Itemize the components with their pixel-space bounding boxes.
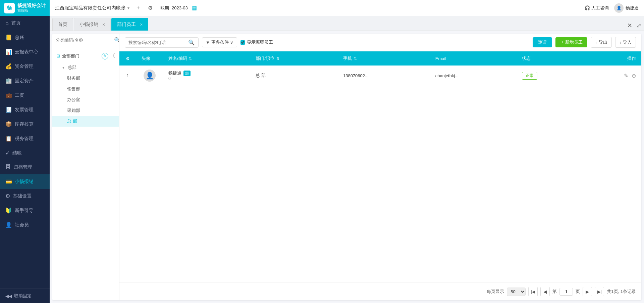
- dept-search-area: 🔍: [52, 34, 119, 47]
- avatar-cell: 👤: [136, 66, 163, 86]
- period-label: 账期: [160, 5, 169, 11]
- col-name[interactable]: 姓名/编码 ⇅: [163, 51, 250, 66]
- home-icon: ⌂: [5, 20, 9, 26]
- status-badge: 正常: [522, 72, 537, 80]
- sidebar-item-ledger[interactable]: 📒 总账: [0, 30, 50, 45]
- tab-home[interactable]: 首页: [52, 18, 73, 31]
- col-seq: ⚙: [119, 51, 136, 66]
- edit-employee-icon[interactable]: ✎: [624, 73, 628, 79]
- inventory-icon: 📦: [5, 121, 12, 127]
- settings-icon[interactable]: ⚙: [146, 3, 155, 13]
- tab-dept-close[interactable]: ×: [140, 22, 143, 27]
- sidebar-item-account[interactable]: 👤 社会员: [0, 218, 50, 232]
- prev-page-button[interactable]: ◀: [540, 287, 550, 296]
- add-employee-button[interactable]: + 新增员工: [555, 37, 587, 47]
- settings-col-icon[interactable]: ⚙: [126, 56, 130, 61]
- pagination: 每页显示 50 100 |◀ ◀ 第 页 ▶ ▶| 共1页, 1条记录: [119, 283, 641, 300]
- sidebar-item-invoice[interactable]: 🧾 发票管理: [0, 102, 50, 117]
- dept-item-office[interactable]: 办公室: [52, 94, 119, 105]
- delete-employee-icon[interactable]: ⊖: [632, 73, 636, 79]
- search-icon[interactable]: 🔍: [188, 39, 195, 46]
- dept-sidebar: 🔍 ⊞ 全部部门 ✎ 《 ▼ 总: [52, 34, 119, 300]
- sidebar-item-salary[interactable]: 💼 工资: [0, 88, 50, 102]
- email-cell: chanjethkj...: [430, 66, 517, 86]
- dept-item-finance[interactable]: 财务部: [52, 73, 119, 84]
- user-area[interactable]: 👤 畅捷通: [614, 3, 639, 13]
- sidebar-item-settings[interactable]: ⚙ 基础设置: [0, 189, 50, 203]
- per-page-select[interactable]: 50 100: [507, 288, 526, 296]
- employee-search-input[interactable]: [128, 40, 186, 45]
- ledger-icon: 📒: [5, 34, 12, 41]
- grid-icon: ⊞: [56, 53, 60, 58]
- seq-cell: 1: [119, 66, 136, 86]
- show-resigned-checkbox[interactable]: [240, 40, 245, 45]
- tab-bar-actions: ✕ ⤢: [627, 22, 641, 31]
- first-page-button[interactable]: |◀: [528, 287, 538, 296]
- total-records: 共1页, 1条记录: [607, 289, 636, 295]
- capital-icon: 💰: [5, 63, 12, 70]
- calendar-icon[interactable]: ▦: [192, 5, 197, 11]
- cancel-fixed-button[interactable]: ◀◀ 取消固定: [0, 289, 50, 303]
- col-actions: 操作: [583, 51, 641, 66]
- tab-bar: 首页 小畅报销 × 部门员工 × ✕ ⤢: [50, 16, 644, 31]
- logo-sub: 旗舰版: [17, 8, 46, 13]
- status-cell: 正常: [517, 66, 583, 86]
- sidebar-item-archive[interactable]: 🗄 归档管理: [0, 160, 50, 174]
- sort-phone-icon: ⇅: [354, 56, 357, 60]
- dept-badge: 部: [183, 71, 191, 76]
- next-page-button[interactable]: ▶: [583, 287, 592, 296]
- export-button[interactable]: ↑ 导出: [591, 37, 612, 48]
- dept-item-general[interactable]: 总 部: [52, 116, 119, 127]
- sidebar-item-expense[interactable]: 💳 小畅报销: [0, 174, 50, 189]
- dept-search-input[interactable]: [56, 38, 112, 43]
- col-avatar: 头像: [136, 51, 163, 66]
- salary-icon: 💼: [5, 92, 12, 98]
- add-tab-button[interactable]: ＋: [133, 3, 143, 13]
- import-button[interactable]: ↓ 导入: [615, 37, 636, 48]
- edit-dept-icon[interactable]: ✎: [102, 53, 108, 59]
- sidebar-item-checkout[interactable]: ✓ 结账: [0, 146, 50, 160]
- employee-table: ⚙ 头像 姓名/编码 ⇅ 部门/职位 ⇅: [119, 51, 641, 86]
- sidebar-item-tax[interactable]: 📋 税务管理: [0, 131, 50, 146]
- expense-icon: 💳: [5, 178, 12, 185]
- company-selector[interactable]: 江西服宝精品有限责任公司内账张 ▾: [55, 5, 129, 11]
- dept-item-root[interactable]: ▼ 总部: [52, 62, 119, 73]
- name-code-cell: 畅捷通 部 0: [163, 66, 250, 86]
- service-button[interactable]: 🎧 人工咨询: [585, 5, 609, 11]
- show-resigned-toggle[interactable]: 显示离职员工: [240, 39, 273, 45]
- tab-expense-close[interactable]: ×: [102, 22, 105, 27]
- col-dept[interactable]: 部门/职位 ⇅: [250, 51, 337, 66]
- top-header: 畅 畅捷通好会计 旗舰版 江西服宝精品有限责任公司内账张 ▾ ＋ ⚙ 账期 20…: [0, 0, 644, 16]
- tab-expense[interactable]: 小畅报销 ×: [74, 18, 111, 31]
- logo-text-area: 畅捷通好会计 旗舰版: [17, 3, 46, 13]
- employee-code: 0: [168, 76, 245, 81]
- sidebar-item-capital[interactable]: 💰 资金管理: [0, 59, 50, 74]
- page-label: 第: [552, 289, 557, 295]
- sidebar-item-reports[interactable]: 📊 云报表中心: [0, 45, 50, 59]
- sidebar-item-assets[interactable]: 🏢 固定资产: [0, 74, 50, 88]
- right-panel: 🔍 ▼ 更多条件 ∨ 显示离职员工 邀请: [119, 34, 641, 300]
- expand-button[interactable]: ⤢: [636, 22, 641, 29]
- chevron-down-icon: ▾: [127, 6, 129, 10]
- search-icon[interactable]: 🔍: [114, 37, 119, 43]
- dept-item-purchase[interactable]: 采购部: [52, 105, 119, 116]
- tab-dept[interactable]: 部门员工 ×: [111, 18, 148, 31]
- sidebar-item-guide[interactable]: 🔰 新手引导: [0, 203, 50, 218]
- search-box[interactable]: 🔍: [125, 37, 199, 48]
- period-value: 2023-03: [172, 5, 188, 10]
- more-filter-button[interactable]: ▼ 更多条件 ∨: [202, 37, 237, 47]
- content-area: 首页 小畅报销 × 部门员工 × ✕ ⤢ 🔍: [50, 16, 644, 303]
- sidebar-item-inventory[interactable]: 📦 库存核算: [0, 117, 50, 131]
- col-phone[interactable]: 手机 ⇅: [338, 51, 430, 66]
- reports-icon: 📊: [5, 49, 12, 55]
- logo-title: 畅捷通好会计: [17, 3, 46, 8]
- page-number-input[interactable]: [559, 288, 573, 296]
- dept-item-sales[interactable]: 销售部: [52, 84, 119, 94]
- chevron-filter-icon: ∨: [230, 40, 233, 45]
- sidebar-item-home[interactable]: ⌂ 首页: [0, 16, 50, 30]
- collapse-icon[interactable]: 《: [110, 52, 115, 59]
- avatar: 👤: [144, 70, 156, 82]
- invite-button[interactable]: 邀请: [533, 37, 552, 47]
- last-page-button[interactable]: ▶|: [595, 287, 604, 296]
- close-panel-button[interactable]: ✕: [627, 22, 632, 29]
